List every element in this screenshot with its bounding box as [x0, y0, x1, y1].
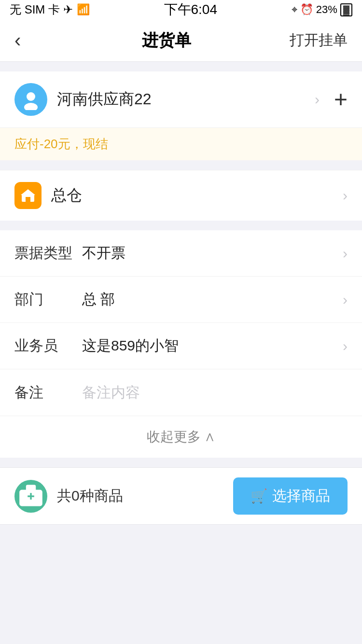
add-supplier-button[interactable]: + — [334, 88, 348, 111]
dept-value: 总 部 — [77, 290, 343, 309]
remark-row[interactable]: 备注 备注内容 — [0, 369, 362, 416]
chevron-right-icon: › — [343, 338, 348, 354]
page-title: 进货单 — [142, 29, 191, 52]
chevron-right-icon: › — [343, 292, 348, 308]
staff-value: 这是859的小智 — [77, 336, 343, 356]
supplier-row[interactable]: 河南供应商22 › + — [0, 71, 362, 128]
avatar — [14, 83, 47, 116]
supplier-name: 河南供应商22 — [57, 89, 315, 110]
invoice-label: 票据类型 — [14, 243, 77, 263]
battery-icon: ▓ — [340, 3, 352, 16]
warehouse-icon — [14, 182, 42, 209]
chevron-right-icon: › — [343, 245, 348, 262]
open-pending-button[interactable]: 打开挂单 — [290, 30, 348, 50]
supplier-card: 河南供应商22 › + 应付-20元，现结 — [0, 71, 362, 160]
svg-rect-6 — [26, 485, 36, 491]
wifi-icon: 📶 — [77, 3, 90, 16]
status-bar: 无 SIM 卡 ✈ 📶 下午6:04 ⌖ ⏰ 23% ▓ — [0, 0, 362, 19]
location-icon: ⌖ — [292, 3, 297, 16]
battery-text: 23% — [316, 3, 337, 16]
notice-banner: 应付-20元，现结 — [0, 128, 362, 160]
nav-bar: ‹ 进货单 打开挂单 — [0, 19, 362, 62]
svg-point-0 — [27, 92, 35, 101]
status-right: ⌖ ⏰ 23% ▓ — [292, 3, 352, 16]
invoice-type-row[interactable]: 票据类型 不开票 › — [0, 230, 362, 277]
dept-row[interactable]: 部门 总 部 › — [0, 277, 362, 323]
back-button[interactable]: ‹ — [14, 29, 43, 51]
warehouse-row[interactable]: 总仓 › — [0, 170, 362, 221]
warehouse-name: 总仓 — [51, 185, 343, 206]
svg-rect-8 — [30, 493, 31, 500]
invoice-value: 不开票 — [77, 243, 343, 263]
dept-label: 部门 — [14, 290, 77, 309]
select-product-button[interactable]: 🛒 选择商品 — [233, 477, 348, 515]
staff-label: 业务员 — [14, 336, 77, 356]
svg-marker-3 — [21, 189, 35, 195]
divider-top — [0, 62, 362, 71]
chevron-right-icon: › — [343, 187, 348, 204]
svg-rect-4 — [26, 197, 30, 202]
cart-icon: 🛒 — [251, 488, 267, 504]
status-left: 无 SIM 卡 ✈ 📶 — [10, 2, 90, 17]
select-btn-label: 选择商品 — [272, 486, 330, 506]
product-count: 共0种商品 — [57, 486, 233, 506]
remark-label: 备注 — [14, 383, 77, 403]
svg-point-1 — [24, 103, 38, 110]
empty-area — [0, 525, 362, 644]
alarm-icon: ⏰ — [300, 3, 313, 16]
form-section: 票据类型 不开票 › 部门 总 部 › 业务员 这是859的小智 › 备注 备注… — [0, 230, 362, 458]
staff-row[interactable]: 业务员 这是859的小智 › — [0, 323, 362, 369]
remark-input[interactable]: 备注内容 — [77, 383, 348, 403]
chevron-right-icon: › — [315, 91, 320, 108]
divider-warehouse — [0, 160, 362, 170]
product-icon — [14, 480, 47, 513]
product-bar: 共0种商品 🛒 选择商品 — [0, 467, 362, 525]
collapse-button[interactable]: 收起更多 ∧ — [0, 416, 362, 458]
status-time: 下午6:04 — [164, 0, 218, 19]
signal-text: 无 SIM 卡 ✈ — [10, 2, 73, 17]
